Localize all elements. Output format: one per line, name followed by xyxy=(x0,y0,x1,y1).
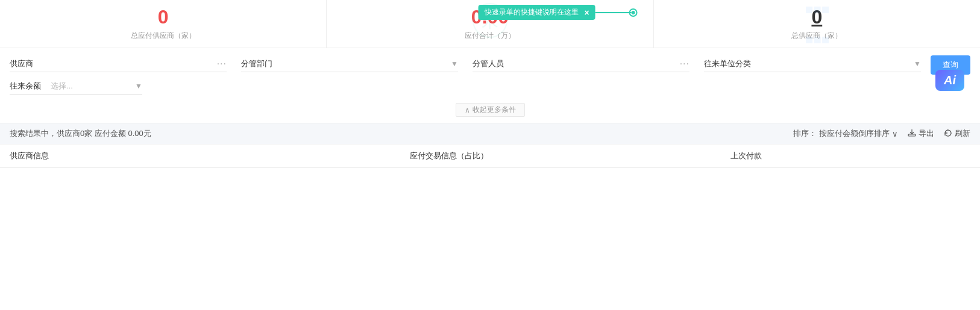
supplier-input[interactable] xyxy=(38,59,217,68)
balance-placeholder: 选择... xyxy=(51,81,135,91)
filter-manager: 分管人员 ··· xyxy=(473,58,689,72)
refresh-button[interactable]: 刷新 xyxy=(944,128,970,139)
category-input[interactable] xyxy=(756,59,914,68)
filter-category: 往来单位分类 ▼ xyxy=(704,58,921,72)
manager-input-wrap: ··· xyxy=(509,58,689,69)
filter-department: 分管部门 ▼ xyxy=(241,58,458,72)
export-label: 导出 xyxy=(919,128,934,139)
department-chevron[interactable]: ▼ xyxy=(451,60,458,68)
sort-select[interactable]: 排序： 按应付会额倒序排序 ∨ xyxy=(793,128,898,139)
filter-row-1: 供应商 ··· 分管部门 ▼ 分管人员 ··· 往来单位分类 xyxy=(10,55,970,75)
export-button[interactable]: 导出 xyxy=(908,128,934,139)
department-input-wrap: ▼ xyxy=(277,59,458,68)
stats-bar: 0 总应付供应商（家） 米 快速录单的快捷键说明在这里 × 0.00 应付合计（… xyxy=(0,0,980,48)
refresh-icon xyxy=(944,129,952,139)
filter-bar: 供应商 ··· 分管部门 ▼ 分管人员 ··· 往来单位分类 xyxy=(0,48,980,123)
balance-chevron[interactable]: ▼ xyxy=(135,82,142,90)
tooltip-text: 快速录单的快捷键说明在这里 xyxy=(485,7,579,17)
supplier-dots[interactable]: ··· xyxy=(217,58,227,69)
stat-number-payable-suppliers: 0 xyxy=(158,7,169,28)
tooltip-close-button[interactable]: × xyxy=(585,8,589,17)
col-header-lastpay: 上次付款 xyxy=(730,150,971,161)
filter-row-2: 往来余额 选择... ▼ xyxy=(10,81,970,95)
sort-value: 按应付会额倒序排序 xyxy=(819,128,890,139)
result-actions: 排序： 按应付会额倒序排序 ∨ 导出 刷新 xyxy=(793,128,970,139)
col-header-transaction: 应付交易信息（占比） xyxy=(410,150,730,161)
stat-bg-blocks-icon: ▪▪▪▪▪▪ xyxy=(805,0,829,54)
collapse-bar: ∧ 收起更多条件 xyxy=(10,99,970,123)
collapse-icon: ∧ xyxy=(465,106,470,114)
supplier-filter-label: 供应商 xyxy=(10,58,33,69)
department-filter-label: 分管部门 xyxy=(241,58,272,69)
col-header-supplier: 供应商信息 xyxy=(10,150,410,161)
stat-label-payable-suppliers: 总应付供应商（家） xyxy=(131,31,196,41)
stat-payable-total: 米 快速录单的快捷键说明在这里 × 0.00 应付合计（万） xyxy=(327,0,653,48)
sort-chevron: ∨ xyxy=(892,129,898,138)
table-body xyxy=(0,168,980,310)
export-icon xyxy=(908,129,916,139)
category-chevron[interactable]: ▼ xyxy=(914,60,921,68)
stat-total-payable-suppliers: 0 总应付供应商（家） xyxy=(0,0,327,48)
filter-supplier: 供应商 ··· xyxy=(10,58,227,72)
tooltip-bubble: 快速录单的快捷键说明在这里 × xyxy=(479,5,595,20)
table-header: 供应商信息 应付交易信息（占比） 上次付款 xyxy=(0,144,980,168)
result-info: 搜索结果中，供应商0家 应付金额 0.00元 xyxy=(10,128,151,139)
category-filter-label: 往来单位分类 xyxy=(704,58,751,69)
category-input-wrap: ▼ xyxy=(756,59,921,68)
balance-filter-label: 往来余额 xyxy=(10,81,41,91)
result-bar: 搜索结果中，供应商0家 应付金额 0.00元 排序： 按应付会额倒序排序 ∨ 导… xyxy=(0,123,980,144)
collapse-button[interactable]: ∧ 收起更多条件 xyxy=(456,103,525,117)
manager-dots[interactable]: ··· xyxy=(680,58,689,69)
tooltip-dot xyxy=(630,10,636,16)
department-input[interactable] xyxy=(277,59,451,68)
supplier-input-wrap: ··· xyxy=(38,58,227,69)
manager-input[interactable] xyxy=(509,59,680,68)
svg-rect-2 xyxy=(908,134,916,136)
sort-label: 排序： xyxy=(793,128,817,139)
ai-corner-label[interactable]: Ai xyxy=(935,70,964,91)
refresh-label: 刷新 xyxy=(955,128,970,139)
manager-filter-label: 分管人员 xyxy=(473,58,504,69)
stat-total-suppliers: ▪▪▪▪▪▪ 0 总供应商（家） xyxy=(654,0,980,48)
collapse-text: 收起更多条件 xyxy=(473,105,516,115)
